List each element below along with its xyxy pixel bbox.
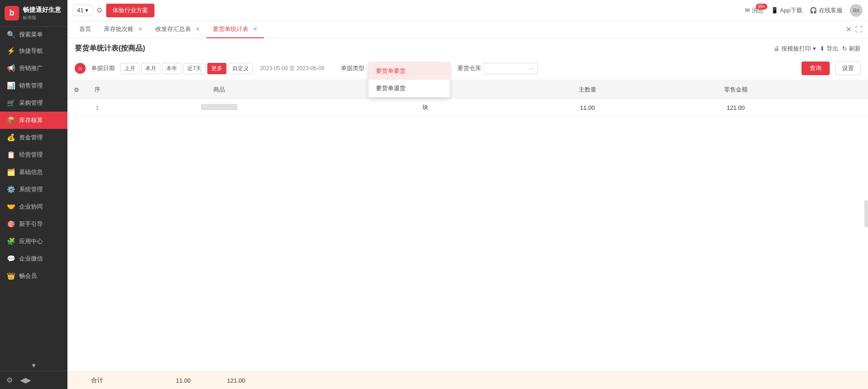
finance-icon: 💰 (6, 133, 15, 142)
query-button[interactable]: 查询 (801, 61, 830, 75)
close-all-tabs-button[interactable]: ✕ (846, 25, 852, 34)
doc-type-label: 单据类型 (341, 64, 365, 72)
date-this-month-btn[interactable]: 本月 (141, 63, 160, 74)
table-header-row: ⚙ 序 商品 主计量单位 主数量 零售金额 (67, 81, 868, 99)
print-button[interactable]: 🖨 按模板打印 ▾ (774, 45, 816, 53)
sidebar-bottom: ⚙ ◀▶ (0, 371, 67, 389)
warehouse-select[interactable]: ··· (483, 63, 538, 74)
tab-home[interactable]: 首页 (73, 21, 98, 38)
row-settings (67, 99, 86, 117)
print-chevron-icon: ▾ (813, 45, 816, 52)
phone-icon: 📱 (771, 7, 778, 14)
dropdown-item-order-goods[interactable]: 要货单要货 (369, 62, 450, 80)
tab-inventory-batch[interactable]: 库存批次账 ✕ (98, 21, 149, 38)
tab-receive-summary-close[interactable]: ✕ (195, 26, 200, 32)
basic-icon: 🗂️ (6, 168, 15, 176)
headset-icon: 🎧 (810, 7, 817, 14)
sidebar-item-cooperation[interactable]: 🤝 企业协同 (0, 198, 67, 215)
app-download-button[interactable]: 📱 App下载 (771, 6, 802, 15)
sidebar-item-finance[interactable]: 💰 资金管理 (0, 129, 67, 146)
date-filter-label: 单据日期 (91, 64, 115, 72)
date-last-month-btn[interactable]: 上月 (120, 63, 139, 74)
col-extra (817, 81, 868, 99)
sidebar-item-operations[interactable]: 📋 经营管理 (0, 146, 67, 164)
dropdown-item-order-return[interactable]: 要货单退货 (369, 80, 450, 97)
sidebar-item-appstore[interactable]: 🧩 应用中心 (0, 233, 67, 250)
tab-order-summary-close[interactable]: ✕ (253, 26, 257, 32)
sidebar-item-marketing[interactable]: 📢 营销推广 (0, 60, 67, 77)
purchase-icon: 🛒 (6, 99, 15, 107)
table-row: 1 块 11.00 121.00 (67, 99, 868, 117)
sidebar-item-inventory[interactable]: 📦 库存核算 (0, 112, 67, 129)
date-last-7days-btn[interactable]: 近7天 (183, 63, 205, 74)
col-settings[interactable]: ⚙ (67, 81, 86, 99)
row-index: 1 (86, 99, 108, 117)
sidebar-item-basic[interactable]: 🗂️ 基础信息 (0, 164, 67, 181)
table-footer: 合计 11.00 121.00 (67, 371, 868, 389)
sidebar-item-wechat[interactable]: 💬 企业微信 (0, 250, 67, 267)
tab-receive-summary-label: 收发存汇总表 (155, 25, 191, 33)
inventory-icon: 📦 (6, 116, 15, 124)
right-scroll-handle[interactable] (864, 200, 868, 227)
export-label: 导出 (827, 45, 838, 53)
refresh-button[interactable]: ↻ 刷新 (842, 45, 861, 53)
set-button[interactable]: 设置 (835, 61, 861, 75)
sidebar-item-member[interactable]: 👑 畅会员 (0, 267, 67, 285)
date-this-year-btn[interactable]: 本年 (162, 63, 181, 74)
sidebar-item-label: 企业微信 (19, 255, 61, 263)
sidebar-item-system[interactable]: ⚙️ 系统管理 (0, 181, 67, 198)
footer-label: 合计 (73, 376, 176, 384)
export-button[interactable]: ⬇ 导出 (820, 45, 838, 53)
export-icon: ⬇ (820, 45, 825, 52)
quick-nav-icon: ⚡ (6, 47, 15, 55)
warehouse-label: 要货仓库 (457, 64, 481, 72)
sidebar-item-guide[interactable]: 🎯 新手引导 (0, 215, 67, 233)
sidebar-nav: ⚡ 快捷导航 📢 营销推广 📊 销售管理 🛒 采购管理 📦 库存核算 💰 资金管… (0, 42, 67, 360)
user-avatar[interactable]: Rit (850, 4, 863, 17)
row-quantity: 11.00 (520, 99, 655, 117)
row-unit: 块 (330, 99, 520, 117)
sidebar-item-purchase[interactable]: 🛒 采购管理 (0, 94, 67, 112)
tab-inventory-batch-close[interactable]: ✕ (138, 26, 143, 32)
table-container: ⚙ 序 商品 主计量单位 主数量 零售金额 1 (67, 81, 868, 371)
expand-tabs-button[interactable]: ⛶ (855, 26, 863, 34)
sales-icon: 📊 (6, 82, 15, 90)
logo-icon: b (5, 6, 19, 20)
topbar: 41 ▾ ⚙ 体验行业方案 ✉ 消息 99+ 📱 App下载 🎧 在线客服 Ri… (67, 0, 868, 21)
topbar-gear-icon[interactable]: ⚙ (96, 6, 103, 15)
company-selector[interactable]: 41 ▾ (73, 5, 92, 16)
date-custom-btn[interactable]: 自定义 (228, 63, 253, 74)
sidebar-item-label: 应用中心 (19, 237, 61, 246)
sidebar-item-label: 系统管理 (19, 185, 61, 194)
settings-bottom-icon[interactable]: ⚙ (6, 376, 13, 384)
date-range-display: 2023-05-06 至 2023-06-06 (260, 65, 324, 72)
filter-expand-button[interactable]: » (75, 63, 86, 74)
sidebar-item-label: 资金管理 (19, 133, 61, 142)
messages-button[interactable]: ✉ 消息 99+ (745, 6, 764, 15)
sidebar-item-quick-nav[interactable]: ⚡ 快捷导航 (0, 42, 67, 60)
page-actions: 🖨 按模板打印 ▾ ⬇ 导出 ↻ 刷新 (774, 45, 861, 53)
sidebar-item-label: 经营管理 (19, 151, 61, 159)
member-icon: 👑 (6, 272, 15, 280)
sidebar-item-sales[interactable]: 📊 销售管理 (0, 77, 67, 94)
tab-order-summary[interactable]: 要货单统计表 ✕ (206, 21, 264, 38)
sidebar: b 畅捷通好生意 标准版 🔍 搜索菜单 ⚡ 快捷导航 📢 营销推广 📊 销售管理… (0, 0, 67, 389)
trial-industry-button[interactable]: 体验行业方案 (106, 4, 154, 17)
collapse-icon[interactable]: ◀▶ (20, 376, 31, 384)
app-logo: b 畅捷通好生意 标准版 (0, 0, 67, 27)
page-content: 要货单统计表(按商品) 🖨 按模板打印 ▾ ⬇ 导出 ↻ 刷新 » (67, 38, 868, 389)
online-service-button[interactable]: 🎧 在线客服 (810, 6, 842, 15)
doc-type-dropdown: 要货单要货 要货单退货 (368, 62, 450, 97)
online-service-label: 在线客服 (819, 6, 842, 15)
warehouse-more-icon: ··· (529, 65, 534, 72)
tab-receive-summary[interactable]: 收发存汇总表 ✕ (149, 21, 206, 38)
date-buttons: 上月 本月 本年 近7天 更多 自定义 (120, 63, 253, 74)
avatar-text: Rit (853, 8, 859, 13)
sidebar-search[interactable]: 🔍 搜索菜单 (0, 27, 67, 42)
print-label: 按模板打印 (781, 45, 811, 53)
tab-bar: 首页 库存批次账 ✕ 收发存汇总表 ✕ 要货单统计表 ✕ ✕ ⛶ (67, 21, 868, 38)
sidebar-scroll-down[interactable]: ▼ (0, 360, 67, 371)
messages-badge: 99+ (756, 4, 767, 10)
cooperation-icon: 🤝 (6, 203, 15, 211)
date-more-btn[interactable]: 更多 (207, 63, 226, 74)
